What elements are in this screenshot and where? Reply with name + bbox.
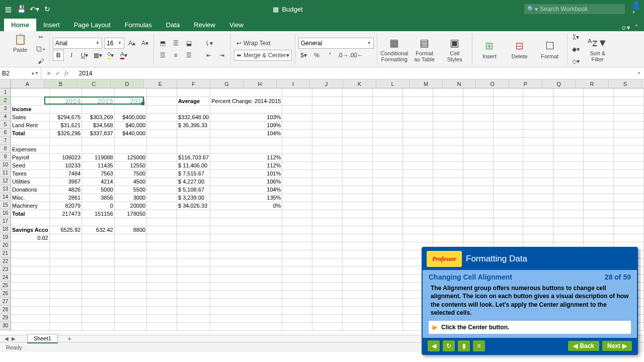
cell[interactable] [493,177,523,186]
cell[interactable] [147,194,177,202]
cell[interactable] [49,322,82,330]
cell[interactable] [343,210,373,218]
cell[interactable] [553,177,584,186]
cell[interactable] [403,194,433,202]
cell[interactable]: $400,000 [114,113,146,121]
cell[interactable] [210,210,282,218]
cell[interactable] [614,169,644,177]
cell[interactable] [614,145,644,153]
cell[interactable] [82,282,114,290]
formula-input[interactable]: 2014 [77,70,634,77]
cell[interactable] [523,186,553,194]
cell[interactable]: 2015 [82,97,114,105]
cell[interactable] [614,88,644,97]
tab-view[interactable]: View [222,19,251,31]
cell[interactable] [82,218,114,226]
cell[interactable] [210,258,282,266]
cell[interactable] [523,218,553,226]
cell[interactable] [343,153,373,161]
cell[interactable] [553,194,584,202]
cell[interactable] [614,97,644,105]
cell[interactable] [614,137,644,145]
cell[interactable] [373,266,403,274]
row-header[interactable]: 10 [0,161,11,169]
cell[interactable] [282,314,312,322]
sheet-scroll-right-icon[interactable]: ▶ [10,336,17,342]
cell[interactable] [433,113,463,121]
cell[interactable] [373,113,403,121]
cell[interactable] [177,145,210,153]
comma-icon[interactable]: ʼ [325,50,336,61]
cell[interactable] [282,202,312,210]
cell[interactable] [282,306,312,314]
cell[interactable]: $ 5,108.67 [177,186,210,194]
cell[interactable] [11,314,49,322]
cell[interactable] [147,226,177,234]
cell[interactable] [553,161,584,169]
cell[interactable] [282,282,312,290]
cell[interactable] [282,290,312,298]
cell[interactable] [523,113,553,121]
cell[interactable] [343,322,373,330]
cell[interactable] [523,234,553,242]
cell[interactable] [493,218,523,226]
cell[interactable] [403,161,433,169]
row-header[interactable]: 25 [0,282,11,290]
cell[interactable]: 3000 [114,194,146,202]
cell[interactable] [177,88,210,97]
panel-icon[interactable]: ▥ [4,5,12,13]
cell[interactable] [463,218,493,226]
cell[interactable]: 3967 [49,177,82,186]
cell[interactable]: Savings Acco [11,226,49,234]
cell[interactable] [553,202,584,210]
cell[interactable] [114,258,146,266]
cell[interactable] [614,161,644,169]
cell[interactable] [147,274,177,282]
cell[interactable] [343,88,373,97]
cell[interactable] [147,290,177,298]
cell[interactable]: 4826 [49,186,82,194]
cell[interactable] [433,121,463,129]
cell[interactable] [177,129,210,137]
cell[interactable] [49,314,82,322]
cell[interactable] [282,137,312,145]
cell[interactable] [373,97,403,105]
cell-styles-button[interactable]: ▣Cell Styles [441,35,469,63]
cell[interactable] [493,137,523,145]
cell[interactable] [523,177,553,186]
cell[interactable] [553,186,584,194]
row-header[interactable]: 12 [0,177,11,185]
cell[interactable] [614,177,644,186]
cell[interactable] [147,210,177,218]
cell[interactable] [49,274,82,282]
clear-icon[interactable]: ◇▾ [571,56,582,67]
cell[interactable] [147,169,177,177]
cell[interactable] [282,129,312,137]
cell[interactable] [584,105,614,113]
cell[interactable]: 82079 [49,202,82,210]
cell[interactable] [343,186,373,194]
col-header[interactable]: M [410,79,443,88]
cell[interactable] [11,242,49,250]
cell[interactable] [177,137,210,145]
row-header[interactable]: 13 [0,185,11,193]
cell[interactable] [147,161,177,169]
cell[interactable] [312,186,343,194]
cell[interactable] [493,129,523,137]
cell[interactable] [584,177,614,186]
row-header[interactable]: 29 [0,314,11,322]
cell[interactable]: 0% [210,202,282,210]
tab-formulas[interactable]: Formulas [118,19,159,31]
cell[interactable] [584,210,614,218]
cell[interactable] [493,226,523,234]
cell[interactable] [373,137,403,145]
align-top-icon[interactable]: ⬒ [157,38,168,49]
cell[interactable] [373,226,403,234]
cell[interactable] [147,314,177,322]
row-header[interactable]: 28 [0,306,11,314]
cell[interactable] [312,266,343,274]
format-painter-icon[interactable]: 🖌 [35,56,46,67]
cell[interactable] [403,129,433,137]
cell[interactable] [312,210,343,218]
cell[interactable] [11,97,49,105]
